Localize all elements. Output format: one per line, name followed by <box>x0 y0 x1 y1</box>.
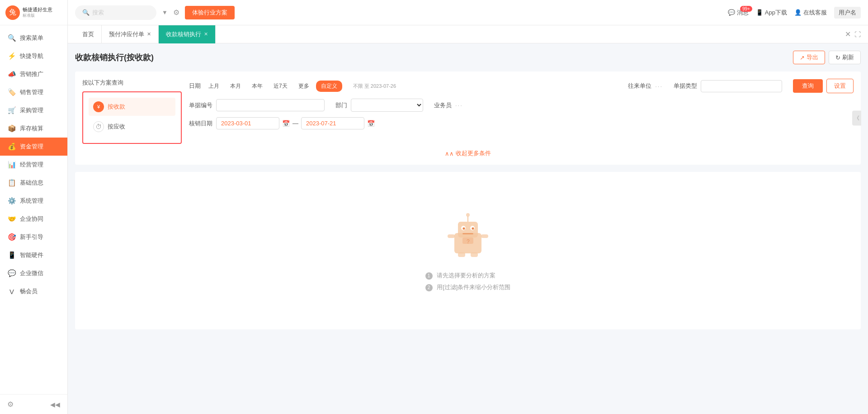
verify-date-end-input[interactable] <box>301 117 364 129</box>
app-name: 畅捷通好生意 <box>23 6 52 13</box>
main-area: 🔍 搜索 ▼ ⚙ 体验行业方案 💬 消息 99+ 📱 App下载 👤 在线客服 … <box>68 0 868 414</box>
sidebar-item-4[interactable]: 🛒采购管理 <box>0 101 67 119</box>
online-service-button[interactable]: 👤 在线客服 <box>794 9 827 17</box>
calendar-start-icon[interactable]: 📅 <box>282 120 290 127</box>
setting-button[interactable]: 设置 <box>826 79 854 93</box>
user-menu[interactable]: 用户名 <box>834 7 861 19</box>
app-icon: 📱 <box>756 9 763 16</box>
topbar-gear-icon[interactable]: ⚙ <box>173 8 179 17</box>
collapse-sidebar-btn[interactable]: 《 <box>852 111 861 126</box>
collapse-sidebar-icon[interactable]: ◀◀ <box>50 401 60 408</box>
filter-date-item: 日期 上月 本月 本年 近7天 更多 自定义 <box>189 81 342 92</box>
sidebar-item-11[interactable]: 🎯新手引导 <box>0 228 67 246</box>
sidebar-item-13[interactable]: 💬企业微信 <box>0 264 67 282</box>
sidebar-item-2[interactable]: 📣营销推广 <box>0 65 67 83</box>
refresh-button[interactable]: ↻ 刷新 <box>829 51 861 64</box>
sidebar-item-0[interactable]: 🔍搜索菜单 <box>0 29 67 47</box>
svg-point-8 <box>466 213 470 217</box>
menu-icon-8: 📋 <box>7 178 16 187</box>
tab-home[interactable]: 首页 <box>75 25 102 43</box>
sidebar-item-6[interactable]: 💰资金管理 <box>0 138 67 156</box>
expand-icon[interactable]: ⛶ <box>854 31 861 38</box>
filter-row-3: 核销日期 📅 — 📅 <box>189 117 854 129</box>
search-setting-group: 查询 设置 <box>793 79 854 93</box>
filter-option-by-receipt[interactable]: ¥ 按收款 <box>89 98 175 116</box>
menu-label-3: 销售管理 <box>20 88 43 96</box>
menu-icon-0: 🔍 <box>7 33 16 43</box>
industry-solution-button[interactable]: 体验行业方案 <box>185 6 235 19</box>
sidebar-menu: 🔍搜索菜单⚡快捷导航📣营销推广🏷️销售管理🛒采购管理📦库存核算💰资金管理📊经营管… <box>0 25 67 394</box>
date-btn-7days[interactable]: 近7天 <box>269 81 292 92</box>
date-separator: — <box>292 120 298 127</box>
tab-actions: ✕ ⛶ <box>845 30 861 38</box>
sidebar-item-5[interactable]: 📦库存核算 <box>0 119 67 138</box>
filter-right: 日期 上月 本月 本年 近7天 更多 自定义 不限 至 2023-0 <box>189 79 854 129</box>
topbar: 🔍 搜索 ▼ ⚙ 体验行业方案 💬 消息 99+ 📱 App下载 👤 在线客服 … <box>68 0 868 25</box>
tab-prepay-close-icon[interactable]: ✕ <box>147 31 151 37</box>
tab-verify-close-icon[interactable]: ✕ <box>204 31 208 37</box>
sidebar-item-7[interactable]: 📊经营管理 <box>0 156 67 174</box>
message-button[interactable]: 💬 消息 99+ <box>728 9 749 17</box>
date-quick-options: 上月 本月 本年 近7天 更多 自定义 <box>204 81 342 92</box>
filter-employee-item: 业务员 ··· <box>434 101 463 109</box>
sidebar-item-3[interactable]: 🏷️销售管理 <box>0 83 67 101</box>
doc-no-input[interactable] <box>216 99 325 111</box>
empty-state: ? 1 请先选择要分析的方案 2 用[过滤]条件来缩小分析范围 <box>75 172 861 329</box>
sidebar-item-12[interactable]: 📱智能硬件 <box>0 246 67 264</box>
dept-select[interactable] <box>351 99 423 112</box>
tip-text-2: 用[过滤]条件来缩小分析范围 <box>437 284 510 290</box>
filter-option-by-receivable[interactable]: ⏱ 按应收 <box>89 118 175 136</box>
tabbar: 首页 预付冲应付单 ✕ 收款核销执行 ✕ ✕ ⛶ <box>68 25 868 43</box>
topbar-search[interactable]: 🔍 搜索 <box>75 5 156 20</box>
date-btn-more[interactable]: 更多 <box>294 81 313 92</box>
menu-icon-4: 🛒 <box>7 106 16 115</box>
empty-tips: 1 请先选择要分析的方案 2 用[过滤]条件来缩小分析范围 <box>425 270 511 293</box>
export-button[interactable]: ↗ 导出 <box>793 51 825 64</box>
settings-icon[interactable]: ⚙ <box>7 400 14 409</box>
message-icon: 💬 <box>728 9 735 16</box>
search-button[interactable]: 查询 <box>793 79 823 93</box>
doc-type-select[interactable] <box>701 80 782 92</box>
menu-icon-1: ⚡ <box>7 52 16 61</box>
menu-label-0: 搜索菜单 <box>20 34 43 42</box>
tab-prepay[interactable]: 预付冲应付单 ✕ <box>102 25 159 43</box>
partner-dots: ··· <box>655 83 663 90</box>
topbar-chevron-icon[interactable]: ▼ <box>162 9 168 16</box>
sidebar-item-10[interactable]: 🤝企业协同 <box>0 210 67 228</box>
refresh-icon: ↻ <box>835 54 840 61</box>
collapse-more-btn[interactable]: ∧∧ 收起更多条件 <box>82 149 854 157</box>
collapse-more-label: 收起更多条件 <box>456 149 491 157</box>
close-all-tabs-icon[interactable]: ✕ <box>845 30 851 38</box>
tab-verify-label: 收款核销执行 <box>166 30 201 38</box>
tab-verify[interactable]: 收款核销执行 ✕ <box>159 25 216 43</box>
date-btn-last-month[interactable]: 上月 <box>204 81 223 92</box>
message-badge: 99+ <box>740 6 752 12</box>
employee-dots: ··· <box>455 102 463 109</box>
filter-sidebar: 按以下方案查询 ¥ 按收款 ⏱ 按应收 <box>82 79 182 144</box>
svg-rect-10 <box>481 234 488 238</box>
menu-label-1: 快捷导航 <box>20 52 43 60</box>
sidebar-item-9[interactable]: ⚙️系统管理 <box>0 192 67 210</box>
sidebar-item-14[interactable]: V畅会员 <box>0 282 67 300</box>
filter-docno-item: 单据编号 <box>189 99 325 111</box>
sidebar-item-8[interactable]: 📋基础信息 <box>0 174 67 192</box>
page-title: 收款核销执行(按收款) <box>75 52 154 63</box>
sidebar: 兔 畅捷通好生意 标准版 🔍搜索菜单⚡快捷导航📣营销推广🏷️销售管理🛒采购管理📦… <box>0 0 68 414</box>
filter-dept-label: 部门 <box>335 101 347 109</box>
menu-icon-14: V <box>7 287 16 296</box>
date-btn-this-month[interactable]: 本月 <box>226 81 245 92</box>
sidebar-item-1[interactable]: ⚡快捷导航 <box>0 47 67 65</box>
search-placeholder: 搜索 <box>92 9 104 17</box>
menu-label-6: 资金管理 <box>20 143 43 151</box>
menu-icon-10: 🤝 <box>7 214 16 224</box>
svg-point-5 <box>472 228 474 230</box>
menu-icon-13: 💬 <box>7 269 16 278</box>
app-download-button[interactable]: 📱 App下载 <box>756 9 787 17</box>
calendar-end-icon[interactable]: 📅 <box>367 120 375 127</box>
date-btn-this-year[interactable]: 本年 <box>248 81 267 92</box>
date-btn-custom[interactable]: 自定义 <box>316 81 342 92</box>
verify-date-start-input[interactable] <box>216 117 279 129</box>
filter-by-receivable-label: 按应收 <box>108 123 125 131</box>
svg-rect-6 <box>462 233 473 234</box>
topbar-right: 💬 消息 99+ 📱 App下载 👤 在线客服 用户名 <box>728 7 861 19</box>
